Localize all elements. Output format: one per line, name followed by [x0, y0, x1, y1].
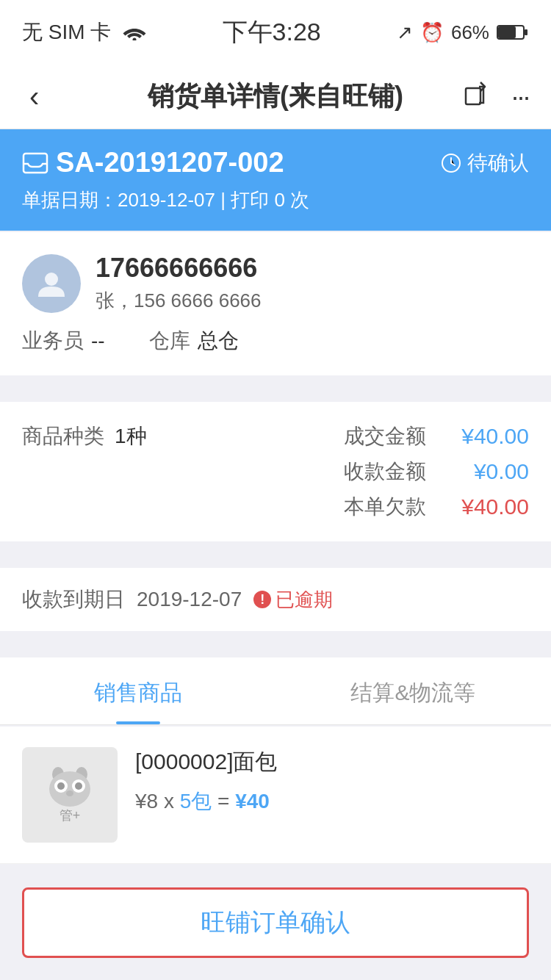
nav-title: 销货单详情(来自旺铺)	[148, 79, 403, 115]
wifi-icon	[123, 24, 146, 40]
order-id: SA-20191207-002	[22, 147, 284, 179]
salesperson-item: 业务员 --	[22, 327, 105, 355]
summary-left: 商品种类 1种	[22, 422, 147, 450]
tab-sales-goods[interactable]: 销售商品	[0, 657, 276, 724]
status-bar: 无 SIM 卡 下午3:28 ↗ ⏰ 66%	[0, 0, 551, 65]
due-section: 收款到期日 2019-12-07 ! 已逾期	[0, 568, 551, 631]
deal-amount-row: 成交金额 ¥40.00	[344, 422, 529, 450]
more-icon[interactable]: ···	[511, 82, 529, 112]
customer-section: 17666666666 张，156 6666 6666 业务员 -- 仓库 总仓	[0, 232, 551, 375]
svg-point-13	[57, 782, 65, 790]
due-date-value: 2019-12-07	[137, 588, 242, 611]
owl-plus-text: 管+	[60, 807, 81, 824]
battery-percent: 66%	[451, 21, 489, 44]
overdue-text: 已逾期	[276, 587, 333, 613]
product-list: 管+ [0000002]面包 ¥8 x 5包 = ¥40	[0, 727, 551, 864]
tab-settlement[interactable]: 结算&物流等	[276, 657, 551, 724]
confirm-button-wrap: 旺铺订单确认	[0, 873, 551, 980]
overdue-dot-icon: !	[253, 591, 271, 608]
due-date-label: 收款到期日	[22, 586, 125, 613]
alarm-icon: ⏰	[420, 21, 444, 44]
divider1	[0, 375, 551, 389]
product-thumb-inner: 管+	[40, 765, 99, 824]
product-eq: =	[212, 790, 235, 813]
deal-amount-label: 成交金额	[344, 422, 426, 450]
order-header: SA-20191207-002 待确认 单据日期：2019-12-07 | 打印…	[0, 129, 551, 231]
product-qty: 5包	[180, 790, 212, 813]
svg-point-0	[133, 38, 137, 41]
customer-name: 张，156 6666 6666	[96, 288, 529, 314]
clock-icon	[441, 153, 461, 173]
avatar	[22, 254, 81, 313]
product-price: ¥8 x	[135, 790, 180, 813]
customer-row: 17666666666 张，156 6666 6666	[22, 253, 529, 314]
owed-label: 本单欠款	[344, 493, 426, 521]
salesperson-label: 业务员	[22, 327, 84, 355]
order-date: 单据日期：2019-12-07 | 打印 0 次	[22, 187, 529, 213]
order-status: 待确认	[441, 149, 529, 177]
status-carrier: 无 SIM 卡	[22, 18, 146, 46]
owed-row: 本单欠款 ¥40.00	[344, 493, 529, 521]
status-time: 下午3:28	[223, 15, 321, 49]
customer-phone: 17666666666	[96, 253, 529, 284]
warehouse-item: 仓库 总仓	[149, 327, 239, 355]
share-icon[interactable]	[463, 81, 489, 113]
svg-point-15	[66, 790, 73, 796]
location-icon: ↗	[397, 21, 413, 44]
svg-rect-3	[525, 29, 527, 35]
received-label: 收款金额	[344, 458, 426, 486]
overdue-badge: ! 已逾期	[253, 587, 333, 613]
order-header-row1: SA-20191207-002 待确认	[22, 147, 529, 179]
back-button[interactable]: ‹	[22, 73, 46, 120]
owed-value: ¥40.00	[441, 494, 529, 519]
category-label: 商品种类	[22, 422, 104, 450]
product-item: 管+ [0000002]面包 ¥8 x 5包 = ¥40	[0, 727, 551, 864]
svg-rect-4	[466, 88, 480, 104]
svg-point-14	[75, 782, 82, 790]
status-right-icons: ↗ ⏰ 66%	[397, 21, 529, 44]
order-inbox-icon	[22, 152, 48, 174]
category-value: 1种	[115, 422, 147, 450]
divider3	[0, 631, 551, 644]
divider2	[0, 541, 551, 555]
salesperson-value: --	[91, 329, 105, 353]
deal-amount-value: ¥40.00	[441, 424, 529, 449]
warehouse-label: 仓库	[149, 327, 190, 355]
owl-logo-icon	[40, 765, 99, 810]
tabs-bar: 销售商品 结算&物流等	[0, 657, 551, 725]
warehouse-value: 总仓	[198, 327, 239, 355]
received-row: 收款金额 ¥0.00	[344, 458, 529, 486]
avatar-icon	[35, 267, 68, 300]
svg-rect-2	[498, 26, 516, 38]
product-thumbnail: 管+	[22, 747, 118, 843]
battery-icon	[497, 24, 529, 40]
product-name: [0000002]面包	[135, 747, 529, 777]
received-value: ¥0.00	[441, 459, 529, 484]
product-price-row: ¥8 x 5包 = ¥40	[135, 788, 529, 815]
summary-section: 商品种类 1种 成交金额 ¥40.00 收款金额 ¥0.00 本单欠款 ¥40.…	[0, 402, 551, 541]
nav-bar: ‹ 销货单详情(来自旺铺) ···	[0, 65, 551, 129]
product-total: ¥40	[235, 790, 270, 813]
summary-right: 成交金额 ¥40.00 收款金额 ¥0.00 本单欠款 ¥40.00	[344, 422, 529, 521]
customer-info: 17666666666 张，156 6666 6666	[96, 253, 529, 314]
nav-right-buttons: ···	[463, 81, 529, 113]
confirm-order-button[interactable]: 旺铺订单确认	[22, 887, 529, 958]
svg-point-7	[45, 273, 58, 286]
product-info: [0000002]面包 ¥8 x 5包 = ¥40	[135, 747, 529, 815]
customer-meta: 业务员 -- 仓库 总仓	[22, 327, 529, 355]
